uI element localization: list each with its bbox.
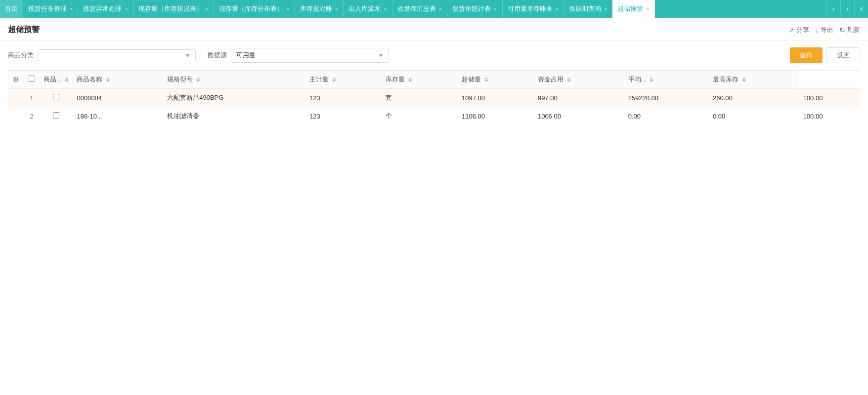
- row-unit: 个: [382, 107, 458, 125]
- nav-tab-order-stat[interactable]: 要货单统计表×: [447, 0, 502, 18]
- col-item-code-label: 商品...: [43, 76, 62, 83]
- col-unit: 主计量: [305, 71, 382, 89]
- row-checkbox[interactable]: [53, 112, 59, 118]
- row-avg: 260.00: [709, 89, 799, 107]
- settings-button[interactable]: 设置: [826, 47, 860, 63]
- nav-tab-quality-check[interactable]: 保质期查询×: [564, 0, 612, 18]
- row-max-stock: 100.00: [799, 107, 860, 125]
- data-table: ⚙ 商品... 商品名称: [8, 70, 860, 125]
- nav-arrow-right[interactable]: ›: [840, 0, 854, 18]
- nav-tab-task-mgmt[interactable]: 拣货任务管理×: [23, 0, 78, 18]
- nav-tab-close-abnormal[interactable]: ×: [125, 6, 128, 12]
- row-item-code: 0000004: [73, 89, 163, 107]
- table-header-row: ⚙ 商品... 商品名称: [8, 71, 860, 89]
- export-button[interactable]: ↓ 导出: [815, 26, 833, 35]
- sort-item-code-icon[interactable]: [65, 78, 69, 82]
- export-icon: ↓: [815, 26, 819, 34]
- row-number-cell: 1: [24, 89, 40, 107]
- nav-tab-close-task-mgmt[interactable]: ×: [70, 6, 73, 12]
- sort-unit-icon[interactable]: [332, 78, 336, 82]
- col-max-stock-label: 最高库存: [713, 76, 738, 83]
- nav-tab-close-avail-ledger[interactable]: ×: [556, 6, 559, 12]
- sort-capital-used-icon[interactable]: [567, 78, 571, 82]
- row-avg: 0.00: [709, 107, 799, 125]
- col-capital-used: 资金占用: [534, 71, 624, 89]
- category-chevron-icon: ▼: [185, 52, 190, 58]
- col-max-stock: 最高库存: [709, 71, 799, 89]
- nav-tab-stock-status[interactable]: 现存量（库存状况表）×: [133, 0, 214, 18]
- row-number-cell: 2: [24, 107, 40, 125]
- col-spec: 规格型号: [163, 71, 305, 89]
- nav-tab-stock-dist[interactable]: 现存量（库存分布表）×: [214, 0, 295, 18]
- col-overstock-qty: 超储量: [458, 71, 534, 89]
- share-button[interactable]: ↗ 分享: [788, 26, 809, 35]
- col-checkbox: [24, 71, 40, 89]
- sort-max-stock-icon[interactable]: [742, 78, 746, 82]
- row-settings-cell: [8, 107, 24, 125]
- share-icon: ↗: [788, 26, 794, 34]
- nav-arrows: ‹ › ×: [826, 0, 868, 18]
- nav-tab-home[interactable]: 首页: [0, 0, 23, 18]
- col-stock-qty-label: 库存量: [386, 76, 405, 83]
- nav-tab-close-quality-check[interactable]: ×: [604, 6, 607, 12]
- column-settings-icon[interactable]: ⚙: [13, 76, 19, 83]
- sort-avg-icon[interactable]: [650, 78, 653, 82]
- nav-tab-close-inout-flow[interactable]: ×: [384, 6, 387, 12]
- sort-spec-icon[interactable]: [196, 78, 200, 82]
- nav-tab-collect[interactable]: 收发存汇总表×: [392, 0, 447, 18]
- col-item-name-label: 商品名称: [77, 76, 102, 83]
- nav-tab-close-stock-status[interactable]: ×: [206, 6, 209, 12]
- col-overstock-qty-label: 超储量: [462, 76, 481, 83]
- sort-overstock-qty-icon[interactable]: [484, 78, 488, 82]
- page-container: 超储预警 ↗ 分享 ↓ 导出 ↻ 刷新 商品分类 ▼ 数据源: [0, 18, 868, 395]
- nav-tab-close-collect[interactable]: ×: [439, 6, 442, 12]
- row-stock-qty: 1106.00: [458, 107, 534, 125]
- col-avg-label: 平均...: [628, 76, 647, 83]
- nav-tab-close-overstock[interactable]: ×: [646, 6, 649, 12]
- filter-buttons: 查询 设置: [790, 47, 860, 63]
- nav-arrow-close[interactable]: ×: [854, 0, 868, 18]
- col-item-name: 商品名称: [73, 71, 163, 89]
- nav-tab-close-batch[interactable]: ×: [335, 6, 338, 12]
- col-unit-label: 主计量: [309, 76, 329, 83]
- refresh-button[interactable]: ↻ 刷新: [839, 26, 860, 35]
- header-actions: ↗ 分享 ↓ 导出 ↻ 刷新: [788, 26, 860, 35]
- page-header: 超储预警 ↗ 分享 ↓ 导出 ↻ 刷新: [0, 18, 868, 40]
- nav-tab-avail-ledger[interactable]: 可用量库存账本×: [503, 0, 564, 18]
- row-item-name: 六配套新昌490BPG: [163, 89, 305, 107]
- datasource-filter: 数据源 可用量 ▼: [208, 48, 389, 63]
- nav-tab-inout-flow[interactable]: 出入库流水×: [344, 0, 392, 18]
- export-label: 导出: [821, 26, 833, 35]
- row-checkbox[interactable]: [53, 94, 59, 100]
- row-capital-used: 0.00: [624, 107, 709, 125]
- sort-stock-qty-icon[interactable]: [408, 78, 412, 82]
- row-spec: 123: [305, 107, 382, 125]
- category-select[interactable]: ▼: [38, 49, 196, 61]
- nav-tab-abnormal[interactable]: 拣货异常处理×: [78, 0, 133, 18]
- nav-tab-batch[interactable]: 库存批次账×: [295, 0, 344, 18]
- sort-item-name-icon[interactable]: [106, 78, 110, 82]
- query-button[interactable]: 查询: [790, 47, 823, 63]
- page-title: 超储预警: [8, 25, 40, 35]
- table-row: 2186-10...机油滤清器123个1106.001006.000.000.0…: [8, 107, 860, 125]
- datasource-select[interactable]: 可用量 ▼: [231, 48, 389, 63]
- col-stock-qty: 库存量: [382, 71, 458, 89]
- select-all-checkbox[interactable]: [29, 76, 35, 82]
- row-overstock-qty: 1006.00: [534, 107, 624, 125]
- nav-tab-close-order-stat[interactable]: ×: [494, 6, 497, 12]
- nav-tab-close-stock-dist[interactable]: ×: [286, 6, 289, 12]
- row-item-name: 机油滤清器: [163, 107, 305, 125]
- nav-tab-overstock[interactable]: 超储预警×: [612, 0, 654, 18]
- row-max-stock: 100.00: [799, 89, 860, 107]
- row-item-code: 186-10...: [73, 107, 163, 125]
- row-checkbox-cell: [40, 89, 73, 107]
- share-label: 分享: [796, 26, 809, 35]
- nav-arrow-left[interactable]: ‹: [826, 0, 840, 18]
- col-spec-label: 规格型号: [167, 76, 193, 83]
- table-container: ⚙ 商品... 商品名称: [0, 70, 868, 125]
- row-capital-used: 259220.00: [624, 89, 709, 107]
- top-navigation: 首页拣货任务管理×拣货异常处理×现存量（库存状况表）×现存量（库存分布表）×库存…: [0, 0, 868, 18]
- datasource-label: 数据源: [208, 51, 227, 60]
- row-checkbox-cell: [40, 107, 73, 125]
- category-filter: 商品分类 ▼: [8, 49, 196, 61]
